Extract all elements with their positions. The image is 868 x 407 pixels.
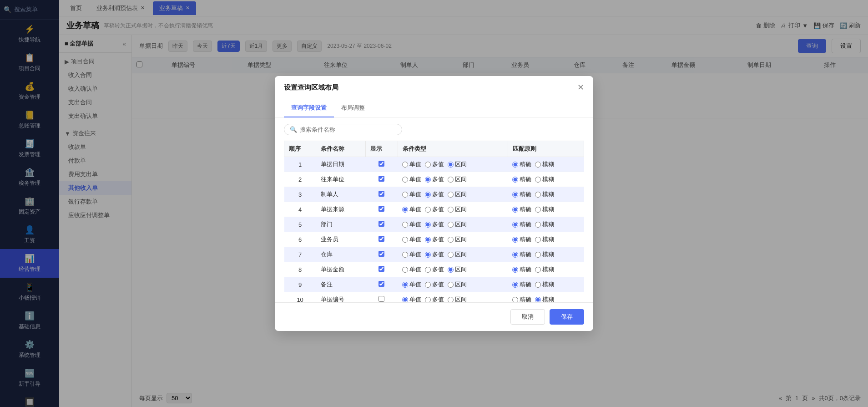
match-option-精确-9[interactable]: 精确: [512, 295, 531, 302]
cell-order-7: 8: [284, 262, 316, 277]
dialog-body: 🔍 顺序 条件名称 显示 条件类型 匹配原则 1单据日期单值多值区间精确模糊2往…: [275, 117, 593, 302]
match-option-模糊-9[interactable]: 模糊: [535, 295, 554, 302]
cell-match-9: 精确模糊: [508, 292, 584, 303]
cell-match-1: 精确模糊: [508, 172, 584, 187]
type-option-多值-7[interactable]: 多值: [425, 265, 444, 274]
match-option-模糊-3[interactable]: 模糊: [535, 205, 554, 214]
show-checkbox-4[interactable]: [378, 221, 384, 227]
show-checkbox-6[interactable]: [378, 251, 384, 257]
show-checkbox-1[interactable]: [378, 176, 384, 182]
cell-show-3[interactable]: [366, 202, 398, 217]
cell-type-0: 单值多值区间: [398, 157, 508, 172]
show-checkbox-7[interactable]: [378, 266, 384, 272]
cell-match-2: 精确模糊: [508, 187, 584, 202]
dialog-search-icon: 🔍: [290, 126, 297, 133]
table-row: 8单据金额单值多值区间精确模糊: [284, 262, 584, 277]
cell-show-2[interactable]: [366, 187, 398, 202]
cell-show-9[interactable]: [366, 292, 398, 303]
type-option-多值-2[interactable]: 多值: [425, 190, 444, 198]
type-option-多值-6[interactable]: 多值: [425, 250, 444, 259]
type-option-区间-0[interactable]: 区间: [448, 160, 467, 168]
type-option-区间-5[interactable]: 区间: [448, 235, 467, 244]
type-option-区间-3[interactable]: 区间: [448, 205, 467, 214]
cell-name-2: 制单人: [316, 187, 366, 202]
cell-name-5: 业务员: [316, 232, 366, 247]
type-option-区间-2[interactable]: 区间: [448, 190, 467, 198]
match-option-精确-2[interactable]: 精确: [512, 190, 531, 198]
cell-show-5[interactable]: [366, 232, 398, 247]
match-option-精确-3[interactable]: 精确: [512, 205, 531, 214]
cell-type-1: 单值多值区间: [398, 172, 508, 187]
dialog-search-box[interactable]: 🔍: [284, 124, 402, 135]
type-option-单值-7[interactable]: 单值: [402, 265, 421, 274]
type-option-多值-3[interactable]: 多值: [425, 205, 444, 214]
type-option-单值-0[interactable]: 单值: [402, 160, 421, 168]
table-row: 5部门单值多值区间精确模糊: [284, 217, 584, 232]
type-option-区间-1[interactable]: 区间: [448, 175, 467, 183]
match-option-模糊-7[interactable]: 模糊: [535, 265, 554, 274]
type-option-区间-8[interactable]: 区间: [448, 280, 467, 289]
show-checkbox-3[interactable]: [378, 206, 384, 212]
type-option-多值-8[interactable]: 多值: [425, 280, 444, 289]
cell-show-8[interactable]: [366, 277, 398, 292]
cell-order-1: 2: [284, 172, 316, 187]
show-checkbox-9[interactable]: [378, 296, 384, 302]
cell-show-1[interactable]: [366, 172, 398, 187]
match-option-模糊-8[interactable]: 模糊: [535, 280, 554, 289]
type-option-单值-6[interactable]: 单值: [402, 250, 421, 259]
type-option-多值-5[interactable]: 多值: [425, 235, 444, 244]
show-checkbox-2[interactable]: [378, 191, 384, 197]
match-option-精确-4[interactable]: 精确: [512, 220, 531, 229]
cell-order-2: 3: [284, 187, 316, 202]
cell-type-2: 单值多值区间: [398, 187, 508, 202]
match-option-模糊-2[interactable]: 模糊: [535, 190, 554, 198]
type-option-多值-9[interactable]: 多值: [425, 295, 444, 302]
cancel-button[interactable]: 取消: [510, 309, 545, 325]
th-type: 条件类型: [398, 141, 508, 157]
type-option-区间-6[interactable]: 区间: [448, 250, 467, 259]
dialog-close-button[interactable]: ✕: [577, 82, 584, 92]
type-option-单值-5[interactable]: 单值: [402, 235, 421, 244]
type-option-区间-4[interactable]: 区间: [448, 220, 467, 229]
match-option-模糊-4[interactable]: 模糊: [535, 220, 554, 229]
match-option-模糊-6[interactable]: 模糊: [535, 250, 554, 259]
tab-query-fields[interactable]: 查询字段设置: [284, 99, 334, 117]
match-option-精确-5[interactable]: 精确: [512, 235, 531, 244]
th-show: 显示: [366, 141, 398, 157]
match-option-精确-7[interactable]: 精确: [512, 265, 531, 274]
match-option-精确-8[interactable]: 精确: [512, 280, 531, 289]
cell-show-4[interactable]: [366, 217, 398, 232]
match-option-模糊-1[interactable]: 模糊: [535, 175, 554, 183]
type-option-多值-0[interactable]: 多值: [425, 160, 444, 168]
type-option-区间-9[interactable]: 区间: [448, 295, 467, 302]
match-option-模糊-5[interactable]: 模糊: [535, 235, 554, 244]
type-option-单值-8[interactable]: 单值: [402, 280, 421, 289]
cell-name-1: 往来单位: [316, 172, 366, 187]
type-option-多值-4[interactable]: 多值: [425, 220, 444, 229]
table-row: 9备注单值多值区间精确模糊: [284, 277, 584, 292]
type-option-单值-9[interactable]: 单值: [402, 295, 421, 302]
show-checkbox-0[interactable]: [378, 161, 384, 167]
dialog-search-input[interactable]: [300, 126, 391, 133]
match-option-精确-6[interactable]: 精确: [512, 250, 531, 259]
show-checkbox-5[interactable]: [378, 236, 384, 242]
cell-name-8: 备注: [316, 277, 366, 292]
type-option-多值-1[interactable]: 多值: [425, 175, 444, 183]
settings-dialog: 设置查询区域布局 ✕ 查询字段设置 布局调整 🔍 顺序 条件名称 显示: [275, 76, 593, 331]
type-option-单值-1[interactable]: 单值: [402, 175, 421, 183]
tab-layout[interactable]: 布局调整: [334, 99, 372, 117]
cell-show-7[interactable]: [366, 262, 398, 277]
type-option-单值-4[interactable]: 单值: [402, 220, 421, 229]
cell-type-6: 单值多值区间: [398, 247, 508, 262]
save-button[interactable]: 保存: [550, 309, 584, 325]
cell-show-0[interactable]: [366, 157, 398, 172]
type-option-单值-2[interactable]: 单值: [402, 190, 421, 198]
match-option-模糊-0[interactable]: 模糊: [535, 160, 554, 168]
type-option-单值-3[interactable]: 单值: [402, 205, 421, 214]
match-option-精确-1[interactable]: 精确: [512, 175, 531, 183]
match-option-精确-0[interactable]: 精确: [512, 160, 531, 168]
type-option-区间-7[interactable]: 区间: [448, 265, 467, 274]
cell-name-9: 单据编号: [316, 292, 366, 303]
show-checkbox-8[interactable]: [378, 281, 384, 287]
cell-show-6[interactable]: [366, 247, 398, 262]
